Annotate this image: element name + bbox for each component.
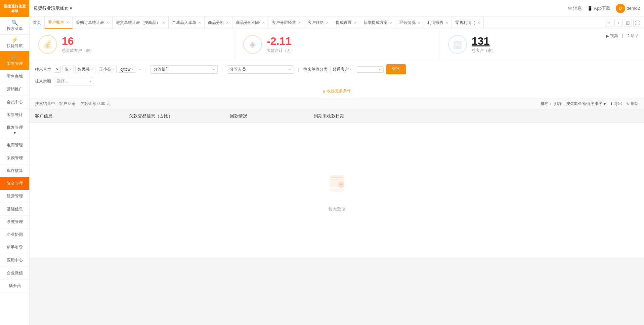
tag-unit-4-close[interactable]: × xyxy=(131,67,133,71)
svg-rect-3 xyxy=(331,179,340,180)
tabs-fullscreen-button[interactable]: ⛶ xyxy=(633,19,641,27)
sort-value: 排序：按欠款金额倒序排序 xyxy=(554,101,602,107)
tab-biz-status-close[interactable]: ✕ xyxy=(418,21,420,25)
tab-raise-setting-label: 提成设置 xyxy=(336,20,352,26)
filter-tag-unit-2[interactable]: 陈民强 × xyxy=(75,66,95,73)
tab-customer-book-close[interactable]: ✕ xyxy=(66,21,69,24)
sidebar-item-purchase[interactable]: 采购管理 xyxy=(0,152,29,165)
filter-collapse-button[interactable]: ∧ 收起更多条件 xyxy=(35,88,639,94)
tab-product-analysis-list[interactable]: 商品分析列表 ✕ xyxy=(232,17,268,29)
tab-purchase-stat-close[interactable]: ✕ xyxy=(162,21,165,25)
svg-point-0 xyxy=(329,188,345,192)
filter-more-button[interactable]: ··· xyxy=(137,67,141,72)
sidebar-item-marketing[interactable]: 营销推广 xyxy=(0,83,29,96)
stat-number-amount: -2.11 xyxy=(267,36,295,46)
tab-purchase-order-close[interactable]: ✕ xyxy=(106,21,109,25)
tab-customer-layer[interactable]: 客户分层经营 ✕ xyxy=(268,17,304,29)
sidebar-item-member-center[interactable]: 会员中心 xyxy=(0,96,29,109)
tab-raise-setting-close[interactable]: ✕ xyxy=(354,21,356,25)
tab-raise-setting[interactable]: 提成设置 ✕ xyxy=(332,17,360,29)
tab-new-raise[interactable]: 新增提成方案 ✕ xyxy=(360,17,396,29)
filter-tag-class-0[interactable]: 普通客户 × xyxy=(330,66,354,73)
sort-label: 排序： xyxy=(541,101,553,107)
tabs-prev-button[interactable]: ‹ xyxy=(605,19,613,27)
sidebar-item-search[interactable]: 🔍 搜索菜单 xyxy=(0,17,29,35)
tab-customer-book-label: 客户账本 xyxy=(48,20,64,25)
sidebar-item-app-center[interactable]: 应用中心 xyxy=(0,254,29,267)
refresh-button[interactable]: ↻ 刷新 xyxy=(626,101,639,107)
topbar-right: ✉ 消息 📱 App下载 D demo2 xyxy=(568,4,640,13)
sidebar-item-enterprise-coop[interactable]: 企业协同 xyxy=(0,228,29,241)
tab-biz-status-label: 经营情况 xyxy=(399,20,416,26)
tag-unit-2-close[interactable]: × xyxy=(91,67,93,71)
tab-product-analysis-list-close[interactable]: ✕ xyxy=(262,21,265,25)
filter-tag-unit-0[interactable]: × xyxy=(54,66,61,73)
tabs-bar: 首页 客户账本 ✕ 采购订单统计表 ✕ 进货单统计表（按商品） ✕ 产成品入库单… xyxy=(30,17,644,29)
col-header-overdue-info: 欠款交易信息（占比） xyxy=(129,113,230,119)
main-area: 母婴行业演示账套 ▾ ✉ 消息 📱 App下载 D demo2 首页 客户账本 xyxy=(30,0,644,325)
filter-tag-unit-3[interactable]: 王小亮 × xyxy=(97,66,117,73)
sidebar-item-biz-mgmt[interactable]: 经营管理 xyxy=(0,190,29,203)
table-body: 暂无数据 xyxy=(30,123,644,257)
filter-tag-unit-1[interactable]: 伍 × xyxy=(62,66,74,73)
sidebar-item-basic-info[interactable]: 基础信息 xyxy=(0,203,29,216)
tab-customer-layer-close[interactable]: ✕ xyxy=(298,21,301,25)
tab-new-raise-close[interactable]: ✕ xyxy=(390,21,392,25)
sidebar-item-enterprise-wechat[interactable]: 企业微信 xyxy=(0,267,29,280)
sidebar-item-finance[interactable]: 资金管理 xyxy=(0,177,29,190)
sidebar-item-wholesale-mgmt[interactable]: 批发管理 ▾ xyxy=(0,121,29,139)
sidebar-item-retail-mgmt[interactable]: 🛒 零售管理 xyxy=(0,51,29,70)
account-selector[interactable]: 母婴行业演示账套 ▾ xyxy=(34,5,72,11)
amount-value: 0.00 xyxy=(97,101,105,106)
tab-product-analysis[interactable]: 商品分析 ✕ xyxy=(205,17,232,29)
help-action[interactable]: ? 帮助 xyxy=(627,33,639,39)
sidebar-item-retail-stats[interactable]: 零售统计 xyxy=(0,109,29,121)
query-button[interactable]: 查询 xyxy=(386,64,406,74)
sidebar-item-quick-nav[interactable]: ⚡ 快捷导航 xyxy=(0,35,29,51)
help-icon: ? xyxy=(627,34,630,38)
sort-select[interactable]: 排序： 排序：按欠款金额倒序排序 ▾ xyxy=(541,101,606,107)
result-count: 0 xyxy=(68,101,71,106)
sidebar-item-vip[interactable]: 畅会员 xyxy=(0,280,29,292)
username: demo2 xyxy=(627,6,640,11)
tab-customer-book[interactable]: 客户账本 ✕ xyxy=(45,17,73,29)
tab-home[interactable]: 首页 xyxy=(30,17,45,29)
video-action[interactable]: ▶ 视频 xyxy=(606,33,618,39)
sidebar-item-retail-shop[interactable]: 零售商城 xyxy=(0,70,29,83)
avatar: D xyxy=(616,4,625,13)
sidebar-item-new-guide[interactable]: 新手引导 xyxy=(0,241,29,254)
tabs-menu-button[interactable]: ⊞ xyxy=(624,19,632,27)
tabs-next-button[interactable]: › xyxy=(614,19,622,27)
tab-product-analysis-close[interactable]: ✕ xyxy=(226,21,229,25)
tag-unit-3-close[interactable]: × xyxy=(112,67,114,71)
app-download-button[interactable]: 📱 App下载 xyxy=(587,5,610,11)
sidebar-item-system[interactable]: 系统管理 xyxy=(0,216,29,228)
dept-filter[interactable]: 分管部门 ▾ xyxy=(151,65,218,74)
tab-customer-contact[interactable]: 客户联络 ✕ xyxy=(304,17,332,29)
user-menu[interactable]: D demo2 xyxy=(616,4,640,13)
tab-profit-report[interactable]: 利润报告 ✕ xyxy=(424,17,452,29)
tab-product-instock[interactable]: 产成品入库单 ✕ xyxy=(169,17,205,29)
tab-purchase-order[interactable]: 采购订单统计表 ✕ xyxy=(73,17,113,29)
tab-biz-status[interactable]: 经营情况 ✕ xyxy=(396,17,424,29)
balance-input[interactable]: 选择... ▾ xyxy=(54,77,94,85)
tab-retail-profit-close[interactable]: ✕ xyxy=(477,21,480,25)
tab-retail-profit[interactable]: 零售利润（ ✕ xyxy=(452,17,484,29)
tab-customer-layer-label: 客户分层经营 xyxy=(272,20,296,26)
unit-class-dropdown[interactable]: ▾ xyxy=(357,66,384,73)
filter-tag-unit-4[interactable]: cjttcw × xyxy=(118,66,136,73)
person-filter[interactable]: 分管人员 ··· xyxy=(227,65,294,74)
tab-customer-contact-close[interactable]: ✕ xyxy=(326,21,329,25)
tag-unit-2-label: 陈民强 xyxy=(78,67,90,72)
sidebar-item-ecommerce[interactable]: 电商管理 xyxy=(0,139,29,152)
tabs-actions: ‹ › ⊞ ⛶ xyxy=(602,19,644,27)
msg-button[interactable]: ✉ 消息 xyxy=(568,5,582,11)
tab-profit-report-close[interactable]: ✕ xyxy=(445,21,448,25)
export-button[interactable]: ⬆ 导出 xyxy=(610,101,622,107)
tag-unit-1-close[interactable]: × xyxy=(70,67,72,71)
tab-purchase-stat[interactable]: 进货单统计表（按商品） ✕ xyxy=(113,17,169,29)
tab-product-instock-label: 产成品入库单 xyxy=(172,20,196,26)
tag-class-close[interactable]: × xyxy=(350,67,352,71)
tab-product-instock-close[interactable]: ✕ xyxy=(198,21,201,25)
sidebar-item-inventory[interactable]: 库存核算 xyxy=(0,165,29,177)
